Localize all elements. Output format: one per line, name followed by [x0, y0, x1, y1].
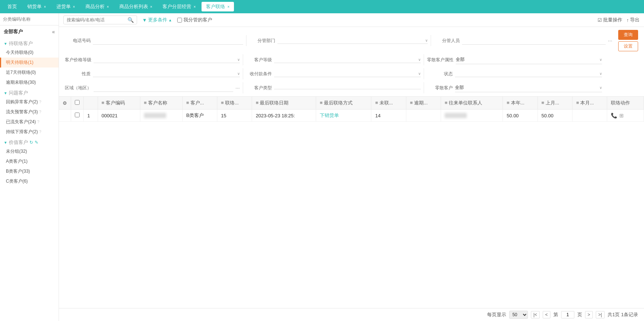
sidebar-item-tomorrow[interactable]: 明天待联络(1): [0, 58, 59, 68]
nav-home[interactable]: 首页: [3, 2, 21, 11]
nav-purchase-order[interactable]: 进货单 ×: [52, 2, 80, 11]
filter-customer-type-select[interactable]: [274, 87, 421, 89]
sidebar-item-declining[interactable]: 持续下滑客户(2) ?: [0, 127, 59, 137]
filter-retail-customer-select[interactable]: 全部 ∨: [455, 83, 602, 92]
th-index: [84, 97, 98, 110]
sidebar-item-7days[interactable]: 近7天待联络(0): [0, 68, 59, 77]
td-category: B类客户: [182, 110, 217, 122]
chevron-down-icon: ∨: [237, 72, 240, 76]
page-number-input[interactable]: [561, 311, 574, 318]
th-category[interactable]: ≡ 客户...: [182, 97, 217, 110]
th-company-contact[interactable]: ≡ 往来单位联系人: [441, 97, 503, 110]
my-customers-checkbox-label[interactable]: 我分管的客户: [177, 17, 212, 23]
sidebar-item-class-c[interactable]: C类客户(6): [0, 176, 59, 186]
th-last-method[interactable]: ≡ 最后联络方式: [316, 97, 371, 110]
bulk-action-btn[interactable]: ☑ 批量操作: [598, 17, 622, 23]
next-page-btn[interactable]: >: [585, 311, 593, 318]
th-unlinked[interactable]: ≡ 未联...: [371, 97, 406, 110]
sidebar-item-class-b[interactable]: B类客户(33): [0, 166, 59, 176]
filter-status-select[interactable]: ∨: [455, 70, 602, 77]
th-overdue[interactable]: ≡ 逾期...: [406, 97, 441, 110]
grid-icon[interactable]: ⊞: [619, 113, 624, 118]
th-this-month[interactable]: ≡ 本月...: [572, 97, 607, 110]
th-code[interactable]: ≡ 客户编码: [98, 97, 140, 110]
filter-nature-select[interactable]: ∨: [93, 70, 240, 77]
filter-customer-type: 客户类型: [246, 85, 421, 91]
sidebar-item-abnormal[interactable]: 回购异常客户(2) ?: [0, 97, 59, 107]
filter-region-input[interactable]: [94, 84, 233, 92]
th-check: [71, 97, 84, 110]
td-last-method[interactable]: 下销货单: [316, 110, 371, 122]
filter-nature-label: 性质: [65, 71, 91, 77]
select-all-checkbox[interactable]: [75, 100, 80, 105]
filter-price-grade: 客户价格等级 ∨: [65, 56, 240, 63]
filter-phone-label: 电话号码: [65, 38, 91, 44]
td-gear: [59, 110, 71, 122]
sidebar-search-input[interactable]: [3, 17, 58, 22]
sidebar-item-today[interactable]: 今天待联络(0): [0, 48, 59, 58]
page-suffix-label: 页: [577, 311, 582, 318]
nav-sales-order[interactable]: 销货单 ×: [23, 2, 50, 11]
bottom-bar: 每页显示 50 100 200 |< < 第 页 > >| 共1页 1条记录: [59, 308, 644, 321]
first-page-btn[interactable]: |<: [531, 311, 540, 318]
nav-customer-contact[interactable]: 客户联络 ×: [202, 2, 234, 11]
filter-row-1: 电话号码 分管部门 ∨ 分管人员 ···: [65, 30, 638, 51]
sidebar-item-ungrouped[interactable]: 未分组(32): [0, 146, 59, 156]
close-icon[interactable]: ×: [73, 5, 75, 9]
td-last-month: 50.00: [538, 110, 572, 122]
refresh-icon[interactable]: ↻: [29, 140, 33, 145]
nav-product-analysis[interactable]: 商品分析 ×: [81, 2, 113, 11]
close-icon[interactable]: ×: [150, 5, 153, 9]
chevron-down-icon: ∨: [425, 38, 428, 42]
filter-retail-attr-select[interactable]: 全部 ∨: [456, 55, 602, 64]
last-method-link[interactable]: 下销货单: [320, 113, 339, 118]
th-last-date[interactable]: ≡ 最后联络日期: [252, 97, 316, 110]
th-last-month[interactable]: ≡ 上月...: [538, 97, 572, 110]
last-page-btn[interactable]: >|: [596, 311, 605, 318]
per-page-select[interactable]: 50 100 200: [509, 311, 528, 319]
filter-payment-select[interactable]: ∨: [274, 70, 421, 77]
filter-price-grade-select[interactable]: ∨: [94, 56, 240, 63]
my-customers-checkbox[interactable]: [177, 18, 182, 23]
main-content: 🔍 ▼ 更多条件 ▲ 我分管的客户 ☑ 批量操作 ↑ 导出: [59, 13, 644, 321]
search-icon[interactable]: 🔍: [127, 17, 134, 23]
row-checkbox[interactable]: [75, 113, 80, 117]
td-check: [71, 110, 84, 122]
sidebar-item-overdue[interactable]: 逾期未联络(30): [0, 77, 59, 87]
collapse-icon[interactable]: «: [52, 29, 55, 35]
filter-row-3: 性质 ∨ 收付款条件 ∨ 状态: [65, 68, 638, 79]
sidebar-item-warning[interactable]: 流失预警客户(3) ?: [0, 107, 59, 117]
th-gear[interactable]: ⚙: [59, 97, 71, 110]
td-this-month: [572, 110, 607, 122]
call-icon[interactable]: 📞: [611, 113, 617, 118]
query-button[interactable]: 查询: [618, 30, 638, 40]
th-name[interactable]: ≡ 客户名称: [140, 97, 182, 110]
th-contact[interactable]: ≡ 联络...: [217, 97, 252, 110]
settings-button[interactable]: 设置: [618, 41, 638, 51]
export-btn[interactable]: ↑ 导出: [627, 17, 640, 23]
filter-phone-input[interactable]: [93, 37, 243, 45]
sidebar-all-customers[interactable]: 全部客户 «: [0, 25, 59, 38]
prev-page-btn[interactable]: <: [543, 311, 550, 318]
search-input[interactable]: [67, 17, 126, 23]
edit-icon[interactable]: ✎: [35, 140, 38, 145]
nav-product-analysis-list[interactable]: 商品分析列表 ×: [115, 2, 157, 11]
filter-grade-select[interactable]: ∨: [274, 56, 421, 63]
filter-retail-attr: 零散客户属性 全部 ∨: [427, 55, 602, 64]
close-icon[interactable]: ×: [227, 5, 230, 9]
dots-icon[interactable]: ···: [235, 85, 240, 91]
sidebar-item-class-a[interactable]: A类客户(1): [0, 156, 59, 166]
close-icon[interactable]: ×: [44, 5, 46, 9]
triangle-icon: ▼: [4, 141, 7, 145]
more-conditions-btn[interactable]: ▼ 更多条件 ▲: [140, 15, 174, 24]
filter-phone: 电话号码: [65, 37, 243, 45]
th-this-year[interactable]: ≡ 本年...: [503, 97, 538, 110]
chevron-down-icon: ∨: [418, 72, 421, 76]
close-icon[interactable]: ×: [193, 5, 196, 9]
filter-person-input[interactable]: [462, 37, 606, 45]
filter-dept-select[interactable]: ∨: [277, 37, 428, 44]
nav-customer-segmentation[interactable]: 客户分层经营 ×: [158, 2, 200, 11]
sidebar-item-lost[interactable]: 已流失客户(24) ?: [0, 117, 59, 127]
close-icon[interactable]: ×: [107, 5, 109, 9]
dots-icon[interactable]: ···: [608, 38, 612, 44]
